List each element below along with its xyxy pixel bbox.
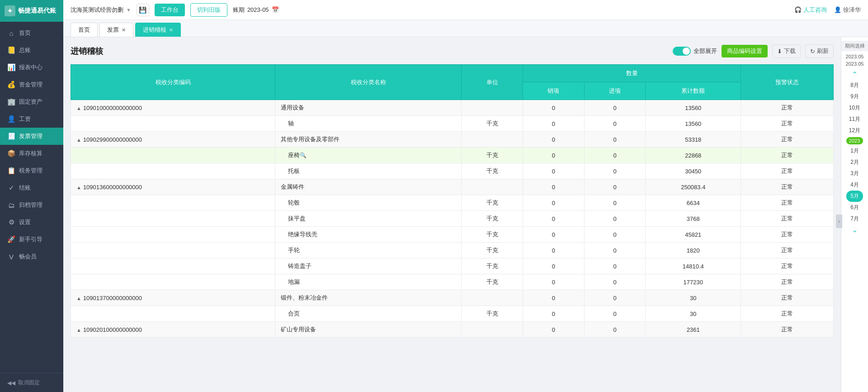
period-month-11月[interactable]: 11月: [846, 114, 863, 125]
row-sale: 0: [523, 290, 585, 306]
row-name: 轮毂: [275, 195, 462, 211]
row-name: 锻件、粉末冶金件: [275, 290, 462, 306]
sidebar-item-invoice[interactable]: 🧾发票管理: [0, 128, 63, 145]
period-month-10月[interactable]: 10月: [846, 102, 863, 114]
table-row[interactable]: 轮毂 千克 0 0 6634 正常: [71, 195, 834, 211]
tab-close-invoice[interactable]: ✕: [122, 27, 126, 33]
company-selector[interactable]: 沈海英测试经营勿删 ▼: [71, 6, 131, 14]
sidebar-label-assets: 固定资产: [19, 98, 42, 106]
period-year-marker[interactable]: 2023: [846, 137, 863, 144]
sidebar-item-ledger[interactable]: 📒总账: [0, 42, 63, 59]
row-code: [71, 274, 275, 290]
sidebar-item-archive[interactable]: 🗂归档管理: [0, 196, 63, 214]
row-unit: 千克: [462, 195, 523, 211]
refresh-label: 刷新: [817, 47, 829, 55]
tax-icon: 📋: [7, 167, 15, 175]
footer-label: 取消固定: [18, 379, 40, 387]
reconcile-table: 税收分类编码 税收分类名称 单位 数量 预警状态 销项 进项 累计数额 ▲109…: [71, 64, 834, 338]
period-month-7月[interactable]: 7月: [846, 213, 863, 225]
th-warning: 预警状态: [741, 65, 834, 100]
logo-text: 畅捷通易代账: [18, 7, 56, 15]
table-row[interactable]: 抹平盘 千克 0 0 3768 正常: [71, 211, 834, 227]
scroll-down-button[interactable]: ⌄: [852, 225, 858, 235]
guide-icon: 🚀: [7, 235, 15, 244]
table-row[interactable]: 铸造盖子 千克 0 0 14810.4 正常: [71, 258, 834, 274]
sidebar-item-salary[interactable]: 👤工资: [0, 110, 63, 128]
scroll-up-button[interactable]: ⌃: [852, 69, 858, 80]
member-icon: V: [7, 253, 15, 261]
sidebar-item-member[interactable]: V畅会员: [0, 248, 63, 265]
period-month-8月[interactable]: 8月: [846, 80, 863, 91]
sidebar-item-capital[interactable]: 💰资金管理: [0, 76, 63, 93]
user-icon: 👤: [834, 6, 841, 13]
table-row[interactable]: 合页 千克 0 0 30 正常: [71, 306, 834, 322]
panel-toggle-button[interactable]: ›: [836, 215, 842, 228]
search-icon[interactable]: 🔍: [300, 152, 307, 158]
workbench-button[interactable]: 工作台: [155, 4, 185, 16]
period-month-5月[interactable]: 5月: [846, 191, 863, 202]
period-year-top: 2023.05: [844, 53, 866, 60]
topbar-right: 🎧 人工咨询 👤 徐泽华: [794, 6, 861, 14]
row-name: 座椅🔍: [275, 148, 462, 163]
topbar: 沈海英测试经营勿删 ▼ 💾 工作台 切到旧版 账期 2023-05 📅 🎧 人工…: [63, 0, 868, 20]
save-button[interactable]: 💾: [137, 4, 149, 16]
refresh-button[interactable]: ↻ 刷新: [805, 44, 834, 58]
row-unit: 千克: [462, 163, 523, 179]
sidebar-label-home: 首页: [19, 29, 31, 37]
expand-toggle[interactable]: 全部展开: [673, 47, 717, 56]
table-row[interactable]: 地漏 千克 0 0 177230 正常: [71, 274, 834, 290]
sidebar-item-guide[interactable]: 🚀新手引导: [0, 231, 63, 248]
row-unit: [462, 179, 523, 195]
sidebar-item-reports[interactable]: 📊报表中心: [0, 59, 63, 76]
table-row[interactable]: 轴 千克 0 0 13560 正常: [71, 116, 834, 132]
download-button[interactable]: ⬇ 下载: [772, 44, 801, 58]
table-row[interactable]: 绝缘导线壳 千克 0 0 45821 正常: [71, 227, 834, 243]
sidebar-item-assets[interactable]: 🏢固定资产: [0, 93, 63, 110]
calendar-icon[interactable]: 📅: [272, 6, 279, 13]
period-month-4月[interactable]: 4月: [846, 179, 863, 191]
toggle-track[interactable]: [673, 47, 691, 56]
period-month-2月[interactable]: 2月: [846, 157, 863, 168]
period-month-6月[interactable]: 6月: [846, 202, 863, 213]
tab-invoice[interactable]: 发票✕: [99, 23, 133, 37]
tab-close-reconcile[interactable]: ✕: [169, 27, 173, 33]
row-name: 手轮: [275, 243, 462, 258]
period-month-3月[interactable]: 3月: [846, 168, 863, 179]
period-value: 2023-05: [247, 6, 269, 13]
sidebar-item-home[interactable]: ⌂首页: [0, 24, 63, 42]
tab-reconcile[interactable]: 进销稽核✕: [135, 23, 181, 37]
table-row[interactable]: 手轮 千克 0 0 1820 正常: [71, 243, 834, 258]
period-month-12月[interactable]: 12月: [846, 125, 863, 136]
sidebar-item-settings[interactable]: ⚙设置: [0, 214, 63, 231]
row-code: ▲109020100000000000: [71, 322, 275, 338]
user-area[interactable]: 👤 徐泽华: [834, 6, 861, 14]
row-total: 250083.4: [646, 179, 741, 195]
sidebar-item-settle[interactable]: ✓结账: [0, 179, 63, 196]
th-total: 累计数额: [646, 82, 741, 100]
period-month-9月[interactable]: 9月: [846, 91, 863, 102]
row-status: 正常: [741, 243, 834, 258]
row-total: 45821: [646, 227, 741, 243]
row-sale: 0: [523, 195, 585, 211]
row-total: 30: [646, 306, 741, 322]
row-sale: 0: [523, 306, 585, 322]
row-purchase: 0: [584, 290, 646, 306]
row-total: 22868: [646, 148, 741, 163]
row-purchase: 0: [584, 195, 646, 211]
sidebar-item-inventory[interactable]: 📦库存核算: [0, 145, 63, 162]
product-code-button[interactable]: 商品编码设置: [722, 45, 768, 57]
sidebar-footer[interactable]: ◀◀ 取消固定: [0, 373, 63, 392]
service-label: 人工咨询: [803, 6, 827, 14]
tab-home[interactable]: 首页: [71, 23, 98, 37]
th-sale: 销项: [523, 82, 585, 100]
row-sale: 0: [523, 132, 585, 148]
sidebar-item-tax[interactable]: 📋税务管理: [0, 162, 63, 179]
sidebar-label-invoice: 发票管理: [19, 132, 42, 140]
content-area: 进销稽核 全部展开 商品编码设置 ⬇ 下载 ↻ 刷: [63, 37, 868, 392]
service-button[interactable]: 🎧 人工咨询: [794, 6, 827, 14]
table-row[interactable]: 座椅🔍 千克 0 0 22868 正常: [71, 148, 834, 163]
row-name: 通用设备: [275, 100, 462, 116]
switch-version-button[interactable]: 切到旧版: [190, 3, 227, 17]
table-row[interactable]: 托板 千克 0 0 30450 正常: [71, 163, 834, 179]
period-month-1月[interactable]: 1月: [846, 145, 863, 157]
